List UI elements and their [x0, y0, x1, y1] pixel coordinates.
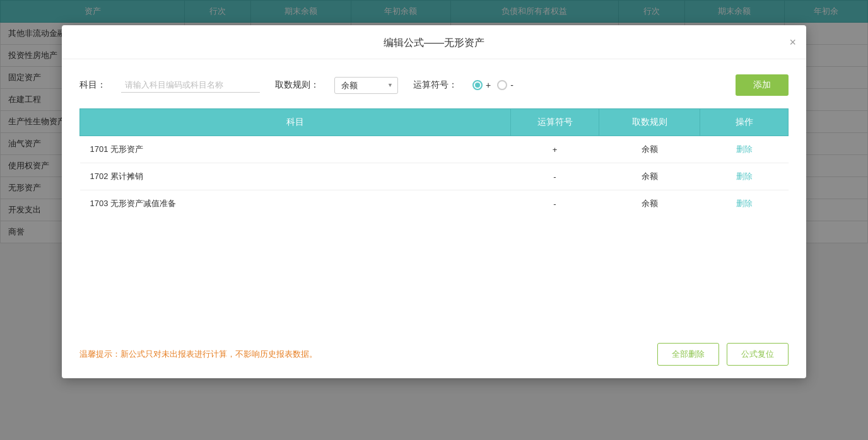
- row1-rule: 余额: [599, 136, 700, 163]
- modal-dialog: 编辑公式——无形资产 × 科目： 取数规则： 余额 借方 贷方 借方发生额 贷方…: [62, 25, 806, 378]
- radio-minus-circle: [497, 80, 507, 90]
- reset-formula-button[interactable]: 公式复位: [727, 343, 789, 366]
- subject-input[interactable]: [121, 78, 260, 93]
- table-row: 1701 无形资产 + 余额 删除: [80, 136, 789, 163]
- row1-action: 删除: [700, 136, 789, 163]
- modal-close-button[interactable]: ×: [789, 37, 796, 48]
- form-row: 科目： 取数规则： 余额 借方 贷方 借方发生额 贷方发生额 运算符号：: [79, 74, 789, 96]
- formula-table: 科目 运算符号 取数规则 操作 1701 无形资产 + 余额 删除: [79, 108, 789, 217]
- radio-plus[interactable]: +: [472, 80, 491, 90]
- modal-overlay: 编辑公式——无形资产 × 科目： 取数规则： 余额 借方 贷方 借方发生额 贷方…: [0, 0, 868, 440]
- row3-operator: -: [511, 190, 599, 217]
- row3-action: 删除: [700, 190, 789, 217]
- modal-body: 科目： 取数规则： 余额 借方 贷方 借方发生额 贷方发生额 运算符号：: [62, 59, 806, 334]
- delete-button-1[interactable]: 删除: [736, 144, 753, 155]
- modal-header: 编辑公式——无形资产 ×: [62, 25, 806, 59]
- col-rule: 取数规则: [599, 109, 700, 136]
- row2-rule: 余额: [599, 163, 700, 190]
- row1-subject: 1701 无形资产: [80, 136, 511, 163]
- row3-rule: 余额: [599, 190, 700, 217]
- modal-title: 编辑公式——无形资产: [384, 37, 484, 48]
- col-action: 操作: [700, 109, 789, 136]
- table-row: 1703 无形资产减值准备 - 余额 删除: [80, 190, 789, 217]
- row2-subject: 1702 累计摊销: [80, 163, 511, 190]
- subject-label: 科目：: [79, 79, 106, 91]
- rule-select[interactable]: 余额 借方 贷方 借方发生额 贷方发生额: [334, 77, 398, 94]
- delete-all-button[interactable]: 全部删除: [657, 343, 719, 366]
- row1-operator: +: [511, 136, 599, 163]
- operator-label: 运算符号：: [413, 79, 457, 91]
- delete-button-3[interactable]: 删除: [736, 198, 753, 209]
- row2-operator: -: [511, 163, 599, 190]
- row2-action: 删除: [700, 163, 789, 190]
- table-row: 1702 累计摊销 - 余额 删除: [80, 163, 789, 190]
- rule-select-wrapper[interactable]: 余额 借方 贷方 借方发生额 贷方发生额: [334, 77, 398, 94]
- radio-plus-label: +: [486, 80, 491, 90]
- delete-button-2[interactable]: 删除: [736, 171, 753, 182]
- operator-radio-group: + -: [472, 80, 513, 90]
- radio-plus-circle: [472, 80, 483, 90]
- rule-label: 取数规则：: [275, 79, 319, 91]
- footer-tip: 温馨提示：新公式只对未出报表进行计算，不影响历史报表数据。: [79, 349, 317, 360]
- add-button[interactable]: 添加: [736, 74, 789, 96]
- col-operator: 运算符号: [511, 109, 599, 136]
- col-subject: 科目: [80, 109, 511, 136]
- modal-footer: 温馨提示：新公式只对未出报表进行计算，不影响历史报表数据。 全部删除 公式复位: [62, 334, 806, 378]
- radio-minus-label: -: [510, 80, 513, 90]
- footer-buttons: 全部删除 公式复位: [657, 343, 789, 366]
- radio-minus[interactable]: -: [497, 80, 513, 90]
- row3-subject: 1703 无形资产减值准备: [80, 190, 511, 217]
